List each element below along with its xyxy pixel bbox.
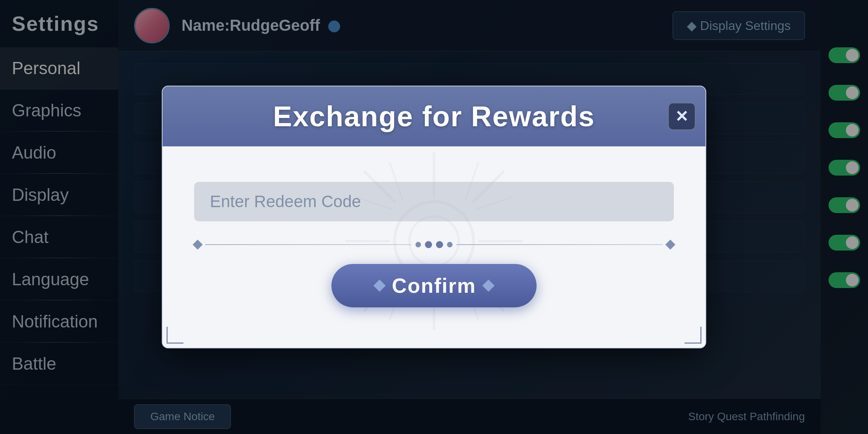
confirm-button[interactable]: Confirm xyxy=(331,264,537,307)
divider-dot-4 xyxy=(447,242,453,247)
divider-line-left xyxy=(205,244,412,245)
btn-diamond-right-icon xyxy=(482,279,494,292)
redeem-input-wrapper xyxy=(194,182,674,221)
modal-footer xyxy=(163,336,705,348)
divider-dot-1 xyxy=(415,242,421,247)
exchange-rewards-modal: Exchange for Rewards ✕ xyxy=(162,86,706,348)
modal-divider xyxy=(194,241,674,248)
modal-title: Exchange for Rewards xyxy=(273,100,595,133)
divider-diamond-left xyxy=(193,239,202,249)
btn-diamond-left-icon xyxy=(374,279,386,292)
modal-container: Exchange for Rewards ✕ xyxy=(162,86,706,348)
divider-dot-2 xyxy=(425,241,432,248)
redeem-code-input[interactable] xyxy=(194,182,674,221)
divider-diamond-right xyxy=(665,239,675,249)
modal-header: Exchange for Rewards ✕ xyxy=(163,86,705,146)
modal-close-button[interactable]: ✕ xyxy=(668,103,696,130)
modal-body: Confirm xyxy=(163,146,705,336)
divider-line-right xyxy=(456,244,663,245)
confirm-label: Confirm xyxy=(392,274,476,297)
divider-dot-3 xyxy=(436,241,443,248)
